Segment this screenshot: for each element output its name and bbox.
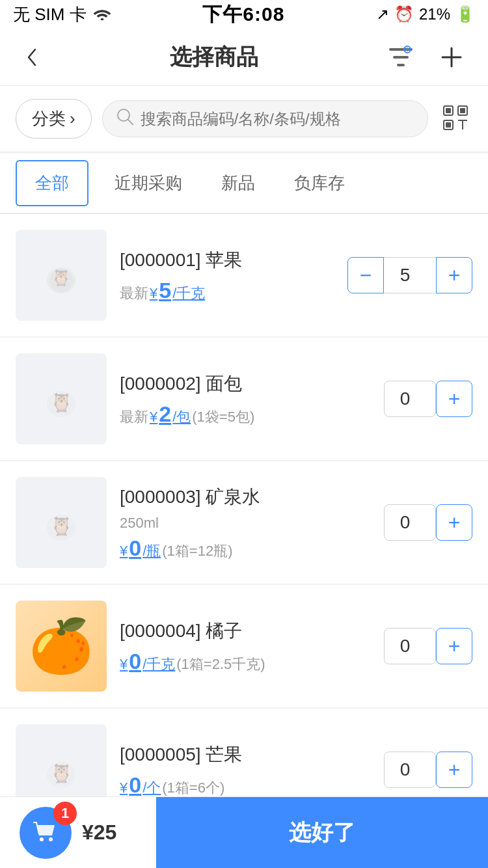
product-price-0000001: 最新 ¥ 5 /千克 — [120, 278, 334, 303]
product-info-0000004: [0000004] 橘子 ¥ 0 /千克 (1箱=2.5千克) — [120, 619, 371, 674]
confirm-button[interactable]: 选好了 — [156, 797, 488, 869]
bottom-bar: 1 ¥25 选好了 — [0, 796, 488, 868]
status-bar: 无 SIM 卡 下午6:08 ↗ ⏰ 21% 🔋 — [0, 0, 488, 29]
product-name-0000004: [0000004] 橘子 — [120, 619, 371, 644]
svg-rect-15 — [460, 108, 465, 113]
alarm-icon: ⏰ — [394, 5, 414, 23]
qty-minus-0000001[interactable]: − — [347, 257, 384, 293]
scan-button[interactable] — [439, 101, 472, 137]
product-image-0000003: 🦉 — [16, 477, 107, 568]
product-price-0000002: 最新 ¥ 2 /包 (1袋=5包) — [120, 401, 371, 427]
product-list: 🦉 [0000001] 苹果 最新 ¥ 5 /千克 − + 🦉 — [0, 214, 488, 868]
svg-point-32 — [49, 837, 53, 841]
product-image-0000002: 🦉 — [16, 353, 107, 444]
list-item: 🍊 [0000004] 橘子 ¥ 0 /千克 (1箱=2.5千克) + — [0, 585, 488, 707]
battery-text: 21% — [419, 5, 450, 23]
qty-input-0000001[interactable] — [384, 257, 436, 293]
product-price-0000005: ¥ 0 /个 (1箱=6个) — [120, 772, 371, 798]
product-name-0000001: [0000001] 苹果 — [120, 248, 334, 273]
product-info-0000005: [0000005] 芒果 ¥ 0 /个 (1箱=6个) — [120, 742, 371, 798]
search-input[interactable] — [141, 110, 414, 128]
svg-rect-14 — [446, 108, 451, 113]
product-spec-0000003: 250ml — [120, 515, 371, 532]
product-name-0000003: [0000003] 矿泉水 — [120, 485, 371, 509]
nav-right — [383, 40, 468, 74]
qty-input-0000005[interactable] — [384, 752, 436, 788]
product-price-0000004: ¥ 0 /千克 (1箱=2.5千克) — [120, 649, 371, 674]
svg-text:🦉: 🦉 — [51, 268, 71, 287]
add-button[interactable] — [435, 40, 468, 74]
svg-text:🦉: 🦉 — [50, 763, 73, 784]
cart-area: 1 ¥25 — [0, 807, 156, 859]
tab-all[interactable]: 全部 — [16, 160, 88, 206]
svg-text:🦉: 🦉 — [50, 392, 73, 413]
tab-new[interactable]: 新品 — [202, 154, 275, 213]
svg-rect-3 — [397, 64, 405, 66]
product-info-0000003: [0000003] 矿泉水 250ml ¥ 0 /瓶 (1箱=12瓶) — [120, 485, 371, 561]
tab-negative-stock[interactable]: 负库存 — [275, 154, 364, 213]
product-info-0000001: [0000001] 苹果 最新 ¥ 5 /千克 — [120, 248, 334, 303]
qty-input-0000002[interactable] — [384, 381, 436, 417]
product-info-0000002: [0000002] 面包 最新 ¥ 2 /包 (1袋=5包) — [120, 372, 371, 427]
search-box — [102, 100, 428, 137]
qty-control-0000005: + — [384, 752, 472, 788]
filter-bar: 分类 › — [0, 86, 488, 152]
back-button[interactable] — [20, 39, 46, 75]
carrier-text: 无 SIM 卡 — [13, 3, 87, 26]
wifi-icon — [93, 5, 111, 25]
product-price-0000003: ¥ 0 /瓶 (1箱=12瓶) — [120, 536, 371, 561]
product-image-0000001: 🦉 — [16, 230, 107, 321]
category-button[interactable]: 分类 › — [16, 99, 92, 139]
filter-button[interactable] — [383, 40, 419, 74]
product-name-0000002: [0000002] 面包 — [120, 372, 371, 396]
list-item: 🦉 [0000002] 面包 最新 ¥ 2 /包 (1袋=5包) + — [0, 338, 488, 460]
status-time: 下午6:08 — [202, 1, 284, 28]
svg-text:🦉: 🦉 — [50, 515, 73, 537]
qty-input-0000004[interactable] — [384, 628, 436, 664]
search-icon — [116, 107, 134, 130]
battery-icon: 🔋 — [455, 5, 475, 23]
list-item: 🦉 [0000003] 矿泉水 250ml ¥ 0 /瓶 (1箱=12瓶) + — [0, 461, 488, 584]
cart-total: ¥25 — [82, 821, 116, 845]
svg-point-0 — [100, 18, 103, 20]
svg-rect-16 — [446, 122, 451, 128]
qty-control-0000001: − + — [347, 257, 472, 293]
qty-plus-0000005[interactable]: + — [436, 752, 472, 788]
category-label: 分类 — [32, 107, 66, 130]
location-icon: ↗ — [376, 5, 389, 23]
nav-bar: 选择商品 — [0, 29, 488, 86]
tab-bar: 全部 近期采购 新品 负库存 — [0, 154, 488, 214]
svg-point-31 — [40, 837, 44, 841]
qty-control-0000002: + — [384, 381, 472, 417]
status-left: 无 SIM 卡 — [13, 3, 111, 26]
page-title: 选择商品 — [170, 42, 258, 72]
cart-badge: 1 — [53, 802, 77, 825]
qty-plus-0000003[interactable]: + — [436, 504, 472, 541]
cart-icon-wrap[interactable]: 1 — [20, 807, 72, 859]
tab-recent[interactable]: 近期采购 — [95, 154, 202, 213]
qty-plus-0000002[interactable]: + — [436, 381, 472, 417]
category-arrow-icon: › — [70, 109, 75, 129]
qty-control-0000003: + — [384, 504, 472, 541]
qty-control-0000004: + — [384, 628, 472, 664]
svg-rect-2 — [393, 56, 409, 59]
svg-line-10 — [128, 120, 133, 124]
list-item: 🦉 [0000001] 苹果 最新 ¥ 5 /千克 − + — [0, 214, 488, 336]
status-right: ↗ ⏰ 21% 🔋 — [376, 5, 475, 23]
qty-plus-0000001[interactable]: + — [436, 257, 472, 293]
product-name-0000005: [0000005] 芒果 — [120, 742, 371, 767]
product-image-0000004: 🍊 — [16, 601, 107, 692]
qty-input-0000003[interactable] — [384, 504, 436, 541]
cart-icon — [31, 819, 60, 847]
qty-plus-0000004[interactable]: + — [436, 628, 472, 664]
nav-left — [20, 39, 46, 75]
